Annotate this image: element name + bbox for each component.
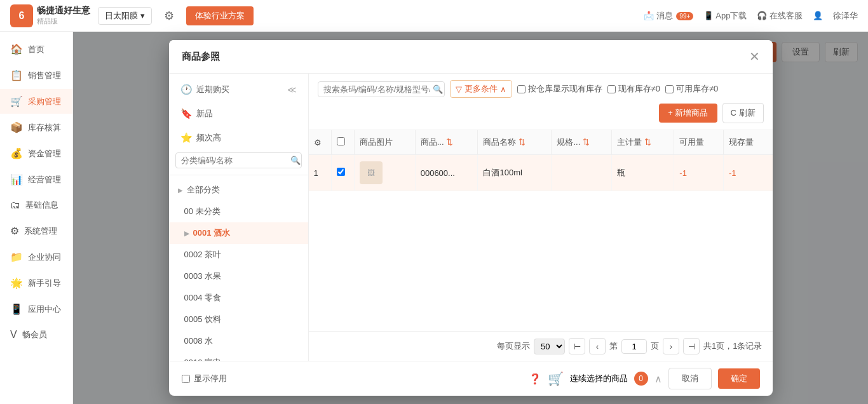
nav-selector[interactable]: 日太阳膜 ▾ — [98, 7, 152, 25]
col-name[interactable]: 商品名称 ⇅ — [478, 130, 552, 155]
quick-recent[interactable]: 🕐 近期购买 ≪ — [175, 80, 302, 99]
quick-new[interactable]: 🔖 新品 — [175, 104, 302, 123]
checkbox-warehouse-input[interactable] — [517, 85, 526, 93]
cancel-button[interactable]: 取消 — [668, 368, 712, 389]
logo-text: 畅捷通好生意 — [37, 5, 90, 17]
cart-icon[interactable]: 🛒 — [548, 371, 564, 386]
modal-body: 🕐 近期购买 ≪ 🔖 新品 ⭐ 频次高 — [169, 74, 773, 361]
confirm-button[interactable]: 确定 — [718, 368, 760, 389]
sidebar-item-sales[interactable]: 📋 销售管理 — [0, 63, 72, 88]
cart-count-badge: 0 — [634, 372, 648, 386]
cat-00[interactable]: 00 未分类 — [169, 201, 308, 222]
first-page-button[interactable]: ⊢ — [569, 338, 585, 354]
sidebar-item-system[interactable]: ⚙ 系统管理 — [0, 219, 72, 243]
finance-icon: 💰 — [10, 147, 23, 159]
sidebar-item-enterprise[interactable]: 📁 企业协同 — [0, 245, 72, 269]
product-search-wrap[interactable]: 🔍 — [318, 81, 445, 97]
product-search-input[interactable] — [323, 84, 430, 94]
show-disabled-checkbox[interactable] — [182, 375, 190, 383]
filter-icon: ▽ — [456, 84, 462, 94]
col-unit[interactable]: 主计量 ⇅ — [612, 130, 674, 155]
guide-icon: 🌟 — [10, 277, 23, 289]
category-search[interactable]: 🔍 — [175, 152, 302, 168]
table-row[interactable]: 1 🖼 000600... 白酒100ml 瓶 -1 -1 — [309, 155, 773, 191]
cat-arrow-0001: ▶ — [184, 230, 189, 237]
checkbox-current-stock[interactable]: 现有库存≠0 — [607, 83, 660, 95]
modal-close-button[interactable]: ✕ — [749, 49, 760, 64]
sidebar-item-inventory[interactable]: 📦 库存核算 — [0, 115, 72, 140]
chevron-down-icon: ▾ — [140, 11, 145, 20]
col-settings[interactable]: ⚙ — [309, 130, 332, 155]
app-download-item[interactable]: 📱 App下载 — [703, 10, 747, 22]
help-icon[interactable]: ❓ — [529, 373, 541, 385]
col-code[interactable]: 商品... ⇅ — [415, 130, 478, 155]
modal-backdrop: 商品参照 ✕ 🕐 近期购买 ≪ — [73, 32, 868, 404]
select-all-checkbox[interactable] — [337, 137, 345, 145]
sidebar-item-basic[interactable]: 🗂 基础信息 — [0, 193, 72, 217]
row-checkbox[interactable] — [337, 168, 345, 176]
cat-0002[interactable]: 0002 茶叶 — [169, 244, 308, 266]
sidebar-item-purchase[interactable]: 🛒 采购管理 — [0, 89, 72, 114]
cat-0010[interactable]: 0010 家电 — [169, 352, 308, 361]
sales-icon: 📋 — [10, 69, 23, 81]
content-area: 查询 设置 刷新 商品参照 ✕ — [73, 32, 868, 404]
table-header-row: ⚙ 商品图片 商品... ⇅ 商品名称 ⇅ 规格... ⇅ 主计量 ⇅ 可用量 — [309, 130, 773, 155]
modal-footer: 显示停用 ❓ 🛒 连续选择的商品 0 ∧ 取消 确定 — [169, 361, 773, 396]
cat-0005[interactable]: 0005 饮料 — [169, 309, 308, 330]
checkbox-current-input[interactable] — [607, 85, 616, 93]
cell-image: 🖼 — [355, 155, 416, 191]
sidebar-item-home[interactable]: 🏠 首页 — [0, 37, 72, 62]
product-table: ⚙ 商品图片 商品... ⇅ 商品名称 ⇅ 规格... ⇅ 主计量 ⇅ 可用量 — [309, 130, 773, 191]
modal-header: 商品参照 ✕ — [169, 40, 773, 74]
operation-icon: 📊 — [10, 173, 23, 185]
online-service-item[interactable]: 🎧 在线客服 — [757, 10, 803, 22]
sidebar-item-finance[interactable]: 💰 资金管理 — [0, 141, 72, 166]
checkbox-warehouse-stock[interactable]: 按仓库显示现有库存 — [517, 83, 602, 95]
page-input[interactable] — [621, 339, 647, 354]
cell-check[interactable] — [332, 155, 355, 191]
sidebar-item-member[interactable]: V 畅会员 — [0, 323, 72, 347]
main-layout: 🏠 首页 📋 销售管理 🛒 采购管理 📦 库存核算 💰 资金管理 📊 经营管理 … — [0, 32, 868, 404]
category-search-icon[interactable]: 🔍 — [290, 156, 301, 165]
last-page-button[interactable]: ⊣ — [683, 338, 700, 354]
refresh-button[interactable]: C 刷新 — [722, 103, 764, 123]
category-search-input[interactable] — [181, 156, 288, 165]
footer-right: ❓ 🛒 连续选择的商品 0 ∧ 取消 确定 — [529, 368, 760, 389]
product-thumb: 🖼 — [360, 161, 383, 184]
search-icon[interactable]: 🔍 — [433, 84, 443, 94]
logo-sub: 精品版 — [37, 17, 90, 26]
sidebar-item-operation[interactable]: 📊 经营管理 — [0, 167, 72, 192]
filter-button[interactable]: ▽ 更多条件 ∧ — [450, 80, 512, 98]
cat-0004[interactable]: 0004 零食 — [169, 287, 308, 309]
col-spec[interactable]: 规格... ⇅ — [552, 130, 612, 155]
cell-available: -1 — [674, 155, 724, 191]
sidebar-item-appcenter[interactable]: 📱 应用中心 — [0, 297, 72, 321]
collapse-btn[interactable]: ≪ — [287, 84, 297, 95]
message-item[interactable]: 📩 消息 99+ — [644, 10, 693, 22]
footer-chevron-up[interactable]: ∧ — [654, 373, 662, 385]
user-avatar[interactable]: 👤 — [813, 11, 823, 20]
add-product-button[interactable]: + 新增商品 — [659, 104, 717, 123]
show-disabled-label[interactable]: 显示停用 — [182, 373, 227, 384]
next-page-button[interactable]: › — [663, 338, 679, 354]
col-stock: 现存量 — [723, 130, 772, 155]
sidebar-item-guide[interactable]: 🌟 新手引导 — [0, 271, 72, 295]
per-page-select[interactable]: 50 — [534, 339, 565, 354]
cat-0008[interactable]: 0008 水 — [169, 330, 308, 352]
recent-icon: 🕐 — [180, 84, 193, 95]
quick-frequent[interactable]: ⭐ 频次高 — [175, 128, 302, 147]
gear-button[interactable]: ⚙ — [159, 6, 179, 25]
member-icon: V — [10, 329, 17, 340]
checkbox-available-stock[interactable]: 可用库存≠0 — [665, 83, 718, 95]
product-table-wrap: ⚙ 商品图片 商品... ⇅ 商品名称 ⇅ 规格... ⇅ 主计量 ⇅ 可用量 — [309, 130, 773, 331]
modal-title: 商品参照 — [182, 51, 220, 63]
prev-page-button[interactable]: ‹ — [589, 338, 606, 354]
checkbox-available-input[interactable] — [665, 85, 674, 93]
col-check[interactable] — [332, 130, 355, 155]
cat-all[interactable]: ▶ 全部分类 — [169, 179, 308, 201]
cell-stock: -1 — [723, 155, 772, 191]
trial-button[interactable]: 体验行业方案 — [186, 6, 254, 25]
cat-0003[interactable]: 0003 水果 — [169, 266, 308, 287]
home-icon: 🏠 — [10, 43, 23, 55]
cat-0001[interactable]: ▶ 0001 酒水 — [169, 222, 308, 244]
